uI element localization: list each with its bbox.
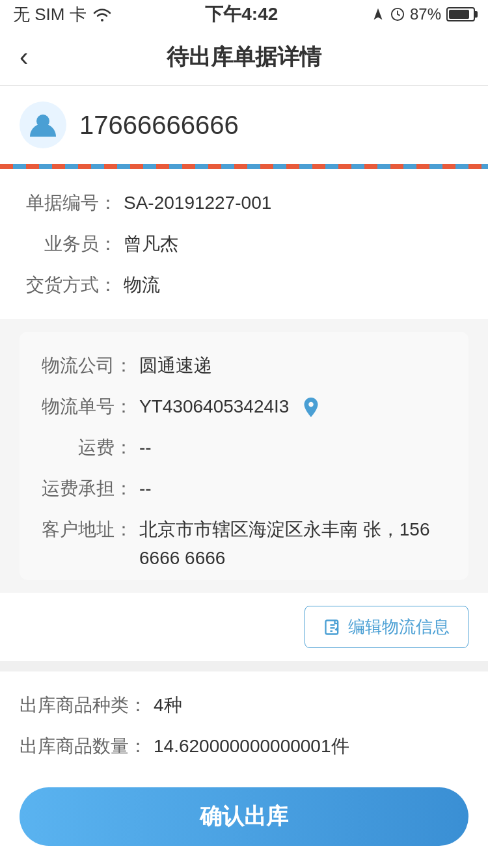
- back-button[interactable]: ‹: [20, 42, 28, 72]
- tracking-value: YT43064053424I3: [139, 392, 289, 422]
- goods-quantity-label: 出库商品数量：: [20, 732, 154, 761]
- freight-bear-value: --: [139, 474, 453, 504]
- confirm-btn-bar: 确认出库: [0, 774, 488, 868]
- document-number-row: 单据编号： SA-20191227-001: [20, 189, 468, 218]
- freight-label: 运费：: [35, 433, 139, 463]
- wifi-icon: [92, 7, 113, 21]
- document-number-value: SA-20191227-001: [124, 189, 468, 218]
- goods-types-value: 4种: [154, 691, 468, 720]
- section-divider: [0, 661, 488, 671]
- carrier-text: 无 SIM 卡: [13, 3, 87, 26]
- edit-btn-container: 编辑物流信息: [0, 593, 488, 661]
- nav-bar: ‹ 待出库单据详情: [0, 29, 488, 86]
- user-icon: [27, 109, 59, 141]
- edit-logistics-label: 编辑物流信息: [348, 616, 450, 638]
- freight-bear-label: 运费承担：: [35, 474, 139, 504]
- logistics-card: 物流公司： 圆通速递 物流单号： YT43064053424I3 运费： -- …: [20, 332, 468, 580]
- status-time: 下午4:42: [205, 2, 278, 27]
- goods-types-row: 出库商品种类： 4种: [20, 691, 468, 720]
- logistics-company-label: 物流公司：: [35, 351, 139, 381]
- delivery-label: 交货方式：: [20, 271, 124, 300]
- goods-quantity-value: 14.620000000000001件: [154, 732, 468, 761]
- goods-quantity-row: 出库商品数量： 14.620000000000001件: [20, 732, 468, 761]
- tracking-value-container: YT43064053424I3: [139, 392, 453, 422]
- dashed-divider: [0, 164, 488, 169]
- location-arrow-icon: [371, 7, 385, 21]
- status-left: 无 SIM 卡: [13, 3, 113, 26]
- map-pin-icon[interactable]: [299, 396, 323, 419]
- confirm-button[interactable]: 确认出库: [20, 787, 468, 846]
- goods-types-label: 出库商品种类：: [20, 691, 154, 720]
- battery-percent: 87%: [410, 5, 441, 23]
- edit-logistics-button[interactable]: 编辑物流信息: [305, 606, 468, 648]
- document-number-label: 单据编号：: [20, 189, 124, 218]
- logistics-company-row: 物流公司： 圆通速递: [35, 351, 453, 381]
- customer-header: 17666666666: [0, 86, 488, 164]
- battery-icon: [446, 7, 475, 21]
- clock-icon: [390, 7, 405, 21]
- salesman-row: 业务员： 曾凡杰: [20, 230, 468, 259]
- tracking-row: 物流单号： YT43064053424I3: [35, 392, 453, 422]
- freight-row: 运费： --: [35, 433, 453, 463]
- delivery-row: 交货方式： 物流: [20, 271, 468, 300]
- status-right: 87%: [371, 5, 475, 23]
- address-row: 客户地址： 北京市市辖区海淀区永丰南 张，156 6666 6666: [35, 515, 453, 574]
- tracking-label: 物流单号：: [35, 392, 139, 422]
- status-bar: 无 SIM 卡 下午4:42 87%: [0, 0, 488, 29]
- salesman-value: 曾凡杰: [124, 230, 468, 259]
- customer-phone: 17666666666: [79, 111, 239, 140]
- goods-section: 出库商品种类： 4种 出库商品数量： 14.620000000000001件: [0, 671, 488, 781]
- freight-bear-row: 运费承担： --: [35, 474, 453, 504]
- salesman-label: 业务员：: [20, 230, 124, 259]
- document-info-section: 单据编号： SA-20191227-001 业务员： 曾凡杰 交货方式： 物流: [0, 169, 488, 319]
- address-label: 客户地址：: [35, 515, 139, 545]
- address-value: 北京市市辖区海淀区永丰南 张，156 6666 6666: [139, 515, 453, 574]
- delivery-value: 物流: [124, 271, 468, 300]
- logistics-company-value: 圆通速递: [139, 351, 453, 381]
- page-title: 待出库单据详情: [167, 42, 321, 72]
- freight-value: --: [139, 433, 453, 463]
- avatar: [20, 102, 66, 148]
- edit-icon: [323, 618, 342, 636]
